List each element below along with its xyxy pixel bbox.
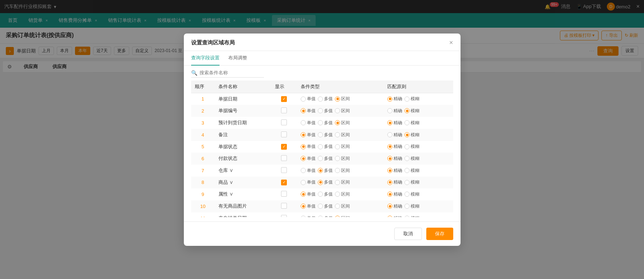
dialog-header: 设置查询区域布局 × [184, 34, 461, 51]
search-input[interactable] [199, 70, 264, 75]
tab-fields[interactable]: 查询字段设置 [191, 51, 220, 66]
tab-layout[interactable]: 布局调整 [228, 51, 247, 66]
search-input-wrap: 🔍 [191, 70, 264, 76]
settings-dialog: 设置查询区域布局 × 查询字段设置 布局调整 🔍 顺序 [184, 34, 461, 76]
dialog-search-area: 🔍 [184, 66, 461, 76]
dialog-tabs: 查询字段设置 布局调整 [184, 51, 461, 66]
dialog-overlay: 设置查询区域布局 × 查询字段设置 布局调整 🔍 顺序 [0, 0, 644, 75]
dialog-title: 设置查询区域布局 [191, 39, 235, 46]
dialog-close-btn[interactable]: × [449, 39, 453, 46]
search-icon: 🔍 [191, 70, 197, 76]
